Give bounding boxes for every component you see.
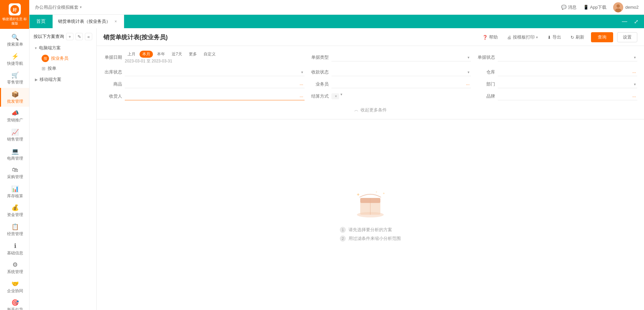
goods-input[interactable] [125, 80, 305, 88]
sidebar-item-basics[interactable]: ℹ 基础信息 [0, 240, 29, 259]
sidebar-item-sales[interactable]: 📈 销售管理 [0, 126, 29, 145]
order-scheme-label: 按单 [48, 65, 56, 71]
topbar-title[interactable]: 办公用品行业模拟账套 ▾ [35, 4, 82, 10]
sidebar-item-system[interactable]: ⚙ 系统管理 [0, 258, 29, 277]
sidebar-item-label: 经营管理 [7, 231, 23, 237]
sidebar-item-label: 采购管理 [7, 174, 23, 180]
search-icon: 🔍 [11, 34, 19, 41]
maximize-button[interactable]: ⤢ [631, 17, 641, 26]
cart-icon: 🛒 [11, 71, 19, 79]
message-button[interactable]: 💬 消息 [561, 4, 577, 10]
sidebar-item-collab[interactable]: 🤝 企业协同 [0, 277, 29, 297]
hint-text-2: 用过滤条件来缩小分析范围 [348, 236, 401, 242]
help-label: 帮助 [489, 34, 498, 40]
empty-hints: 1 请先选择要分析的方案 2 用过滤条件来缩小分析范围 [340, 227, 401, 242]
app-download-button[interactable]: 📱 App下载 [583, 4, 606, 10]
doc-type-dropdown-icon[interactable]: ▾ [468, 55, 470, 60]
print-button[interactable]: 🖨 按模板打印 ▾ [504, 33, 541, 42]
svg-text:好: 好 [12, 7, 17, 12]
help-icon: ❓ [482, 35, 488, 40]
salesman-control: ··· [331, 80, 471, 88]
sidebar-item-finance[interactable]: 💰 资金管理 [0, 201, 29, 220]
filter-field-doc-type: 单据类型 ▾ [310, 53, 471, 61]
date-tab-last-month[interactable]: 上月 [125, 51, 138, 58]
sidebar-item-guide[interactable]: 🎯 新手引导 [0, 296, 29, 310]
message-label: 消息 [568, 4, 577, 10]
date-tab-this-year[interactable]: 本年 [154, 51, 168, 58]
settings-button[interactable]: 设置 [617, 32, 637, 42]
pay-status-input[interactable] [331, 68, 471, 76]
sidebar-item-inventory[interactable]: 📊 库存核算 [0, 183, 29, 202]
sidebar-item-marketing[interactable]: 📣 营销推广 [0, 107, 29, 126]
goods-control: ··· [125, 80, 305, 88]
sidebar-item-wholesale[interactable]: 📦 批发管理 [0, 88, 29, 107]
chart-icon: 📈 [11, 128, 19, 136]
department-dropdown-icon[interactable]: ▾ [634, 82, 636, 87]
refresh-button[interactable]: ↻ 刷新 [568, 33, 587, 42]
tab-close-button[interactable]: × [113, 19, 118, 24]
mobile-scheme-label: 移动端方案 [40, 76, 61, 83]
goods-label: 商品 [103, 81, 122, 87]
sidebar-item-quicknav[interactable]: ⚡ 快捷导航 [0, 50, 29, 69]
warehouse-input[interactable] [498, 68, 637, 76]
logo-area[interactable]: 好 畅捷通好生意 标服版 [0, 0, 29, 29]
date-tab-7days[interactable]: 近7天 [169, 51, 185, 58]
add-scheme-button[interactable]: + [66, 33, 73, 40]
tab-home[interactable]: 首页 [30, 15, 53, 28]
doc-type-input[interactable] [331, 53, 471, 61]
filter-row-2: 出库状态 ▾ 收款状态 ▾ 仓库 [103, 68, 637, 76]
page-header: 销货单统计表(按业务员) ❓ 帮助 🖨 按模板打印 ▾ ⬇ 导出 [97, 28, 644, 46]
tree-item-mobile-scheme[interactable]: ▶ 移动端方案 [30, 74, 96, 85]
panel-header: 按以下方案查询 + ✎ « [30, 32, 96, 43]
receiver-dots-icon[interactable]: ··· [300, 94, 303, 99]
out-status-dropdown-icon[interactable]: ▾ [301, 70, 303, 74]
date-tab-this-month[interactable]: 本月 [140, 51, 153, 58]
export-label: 导出 [552, 34, 561, 40]
sidebar-item-label: 资金管理 [7, 212, 23, 218]
brand-control: ··· [498, 92, 637, 100]
minimize-button[interactable]: — [620, 17, 629, 26]
sidebar-item-search[interactable]: 🔍 搜索菜单 [0, 31, 29, 50]
receiver-input[interactable] [125, 92, 305, 100]
sidebar-item-ecommerce[interactable]: 💻 电商管理 [0, 145, 29, 164]
help-button[interactable]: ❓ 帮助 [480, 33, 500, 42]
query-button[interactable]: 查询 [591, 32, 613, 42]
refresh-icon: ↻ [571, 35, 574, 40]
user-avatar-area[interactable]: demo2 [613, 2, 639, 12]
settlement-dropdown-icon[interactable]: ▾ [340, 92, 342, 96]
doc-status-dropdown-icon[interactable]: ▾ [634, 55, 636, 60]
collapse-panel-button[interactable]: « [85, 33, 92, 40]
edit-scheme-button[interactable]: ✎ [75, 33, 83, 40]
date-tab-custom[interactable]: 自定义 [201, 51, 218, 58]
tree-child-salesman[interactable]: 按 按业务员 [30, 53, 96, 64]
print-label: 按模板打印 [513, 34, 535, 40]
tree-child-order[interactable]: ⊞ 按单 [30, 64, 96, 73]
filter-field-department: 部门 ▾ [476, 80, 637, 88]
brand-input[interactable] [498, 92, 637, 100]
pay-status-dropdown-icon[interactable]: ▾ [468, 70, 470, 74]
brand-dots-icon[interactable]: ··· [632, 94, 636, 99]
sidebar-item-purchase[interactable]: 🛍 采购管理 [0, 164, 29, 183]
date-tab-more[interactable]: 更多 [186, 51, 200, 58]
doc-status-input[interactable] [498, 53, 637, 61]
export-button[interactable]: ⬇ 导出 [545, 33, 564, 42]
topbar: 办公用品行业模拟账套 ▾ 💬 消息 📱 App下载 demo2 [30, 0, 644, 15]
doc-type-control: ▾ [331, 53, 471, 61]
settlement-label: 结算方式 [310, 93, 329, 99]
empty-state: ✦ ✦ ✦ 1 请先选择要分析的方案 2 用过滤条件来缩小分析范围 [97, 119, 644, 310]
gear-icon: ⚙ [12, 261, 18, 268]
settlement-tag-close[interactable]: × [335, 94, 337, 99]
warehouse-dots-icon[interactable]: ··· [632, 70, 636, 75]
out-status-input[interactable] [125, 68, 305, 76]
tab-active[interactable]: 销货单统计表（按业务员） × [53, 15, 124, 28]
topbar-dropdown-icon[interactable]: ▾ [80, 5, 82, 9]
sidebar-item-retail[interactable]: 🛒 零售管理 [0, 69, 29, 88]
salesman-dots-icon[interactable]: ··· [466, 82, 470, 87]
sidebar-item-operations[interactable]: 📋 经营管理 [0, 220, 29, 240]
goods-dots-icon[interactable]: ··· [300, 82, 303, 87]
department-input[interactable] [498, 80, 637, 88]
print-dropdown-icon[interactable]: ▾ [536, 35, 538, 40]
salesman-input[interactable] [331, 80, 471, 88]
tree-item-pc-scheme[interactable]: ▾ 电脑端方案 [30, 43, 96, 53]
collapse-button[interactable]: ︿ 收起更多条件 [103, 104, 637, 114]
